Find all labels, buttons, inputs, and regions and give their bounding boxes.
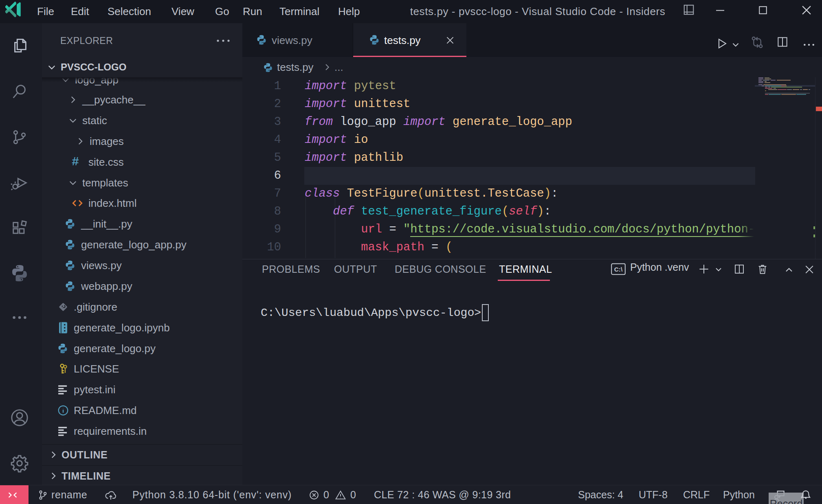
- svg-text:C:\: C:\: [614, 266, 623, 273]
